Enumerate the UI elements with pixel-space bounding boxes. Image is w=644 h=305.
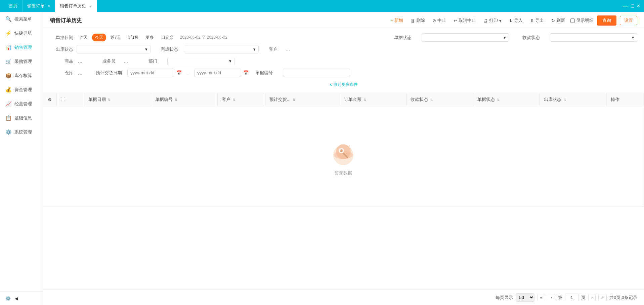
th-bill-date[interactable]: 单据日期 ⇅ — [84, 93, 151, 106]
last-page-button[interactable]: » — [598, 294, 607, 301]
bill-status-select[interactable]: ▾ — [422, 33, 509, 42]
th-delivery-date-sort-icon: ⇅ — [293, 98, 295, 102]
sidebar-item-sys-mgmt[interactable]: ⚙️ 系统管理 — [0, 125, 43, 139]
delete-icon: 🗑 — [411, 18, 415, 23]
filter-row-1: 单据日期 昨天 今天 近7天 近1月 更多 自定义 2023-06-02 至 2… — [50, 33, 637, 42]
window-maximize-icon[interactable]: □ — [631, 3, 634, 9]
warehouse-select[interactable]: ... — [78, 70, 82, 76]
window-close-icon[interactable]: × — [637, 3, 640, 9]
table-settings-icon[interactable]: ⚙ — [48, 97, 52, 102]
prev-page-button[interactable]: ‹ — [548, 294, 555, 301]
sidebar-item-search-menu[interactable]: 🔍 搜索菜单 — [0, 12, 43, 26]
th-payment-status[interactable]: 收款状态 ⇅ — [406, 93, 473, 106]
export-button[interactable]: ⬆ 导出 — [528, 16, 546, 25]
search-menu-icon: 🔍 — [5, 16, 12, 22]
th-settings[interactable]: ⚙ — [43, 93, 56, 106]
new-button[interactable]: + 新增 — [389, 16, 405, 25]
out-status-label: 出库状态 — [50, 46, 77, 52]
product-select[interactable]: ... — [78, 58, 82, 64]
date-more-btn[interactable]: 更多 — [143, 34, 157, 41]
tab-sales-order[interactable]: 销售订单 × — [23, 0, 55, 12]
date-last7-btn[interactable]: 近7天 — [108, 34, 124, 41]
salesperson-select[interactable]: ... — [124, 58, 128, 64]
complete-status-select[interactable]: ▾ — [185, 45, 259, 53]
stop-button[interactable]: ⊘ 中止 — [430, 16, 448, 25]
bill-no-label: 单据编号 — [255, 70, 276, 76]
select-all-checkbox[interactable] — [61, 97, 65, 101]
collapse-label: 收起更多条件 — [334, 82, 358, 87]
cancel-stop-button[interactable]: ↩ 取消中止 — [452, 16, 478, 25]
page-unit: 页 — [581, 295, 586, 301]
customer-select[interactable]: ... — [286, 46, 290, 52]
sidebar-item-finance-label: 资金管理 — [14, 87, 32, 93]
sidebar-item-quick-nav[interactable]: ⚡ 快捷导航 — [0, 26, 43, 40]
empty-text: 暂无数据 — [335, 170, 352, 176]
date-yesterday-btn[interactable]: 昨天 — [77, 34, 91, 41]
th-checkbox — [56, 93, 84, 106]
th-bill-no[interactable]: 单据编号 ⇅ — [151, 93, 217, 106]
layout: 🔍 搜索菜单 ⚡ 快捷导航 📊 销售管理 🛒 采购管理 📦 库存核算 💰 资金管… — [0, 12, 644, 305]
sidebar-item-finance[interactable]: 💰 资金管理 — [0, 83, 43, 97]
tab-sales-order-label: 销售订单 — [27, 3, 45, 9]
date-custom-btn[interactable]: 自定义 — [158, 34, 176, 41]
th-customer-sort-icon: ⇅ — [232, 98, 235, 102]
refresh-button[interactable]: ↻ 刷新 — [549, 16, 567, 25]
sidebar-item-inventory[interactable]: 📦 库存核算 — [0, 69, 43, 83]
complete-status-label: 完成状态 — [161, 46, 181, 52]
import-button-label: 导入 — [514, 17, 523, 24]
delivery-date-from-cal-icon[interactable]: 📅 — [176, 70, 182, 75]
print-button[interactable]: 🖨 打印 ▾ — [481, 16, 504, 25]
tab-sales-order-history-close[interactable]: × — [89, 4, 91, 8]
payment-status-select[interactable]: ▾ — [550, 33, 637, 42]
top-bar-right: — □ × — [623, 3, 640, 9]
date-quick-buttons: 昨天 今天 近7天 近1月 更多 自定义 — [77, 34, 176, 41]
sidebar-item-basic-info-label: 基础信息 — [14, 115, 32, 121]
window-minimize-icon[interactable]: — — [623, 3, 628, 9]
sidebar-item-basic-info[interactable]: 📋 基础信息 — [0, 111, 43, 125]
show-detail-checkbox[interactable] — [570, 18, 575, 23]
settings-button[interactable]: 设置 — [620, 16, 637, 25]
bill-status-label: 单据状态 — [394, 35, 415, 41]
first-page-button[interactable]: « — [537, 294, 546, 301]
sidebar-collapse-icon[interactable]: ◀ — [15, 296, 18, 301]
page-size-select[interactable]: 20 50 100 — [516, 293, 534, 302]
collapse-row[interactable]: ∧ 收起更多条件 — [50, 80, 637, 89]
delivery-date-from[interactable] — [127, 69, 174, 77]
filter-area: 单据日期 昨天 今天 近7天 近1月 更多 自定义 2023-06-02 至 2… — [43, 29, 644, 93]
th-delivery-date[interactable]: 预计交货... ⇅ — [265, 93, 340, 106]
sidebar-item-inventory-label: 库存核算 — [14, 73, 32, 79]
date-today-btn[interactable]: 今天 — [92, 34, 106, 41]
th-customer[interactable]: 客户 ⇅ — [218, 93, 265, 106]
tab-sales-order-close[interactable]: × — [48, 4, 50, 8]
page-number-input[interactable] — [565, 294, 578, 301]
delivery-date-to[interactable] — [194, 69, 241, 77]
out-status-select[interactable]: ▾ — [77, 45, 151, 53]
th-order-amount[interactable]: 订单金额 ⇅ — [340, 93, 406, 106]
basic-info-icon: 📋 — [5, 115, 12, 121]
quick-nav-icon: ⚡ — [5, 30, 12, 36]
th-bill-status[interactable]: 单据状态 ⇅ — [473, 93, 540, 106]
payment-status-label: 收款状态 — [522, 35, 543, 41]
tab-home[interactable]: 首页 — [4, 0, 23, 12]
next-page-button[interactable]: › — [588, 294, 596, 301]
page-header: 销售订单历史 + 新增 🗑 删除 ⊘ 中止 ↩ 取消中止 🖨 — [43, 12, 644, 29]
delete-button[interactable]: 🗑 删除 — [409, 16, 427, 25]
date-last1m-btn[interactable]: 近1月 — [125, 34, 142, 41]
query-button[interactable]: 查询 — [597, 15, 616, 26]
sidebar-item-purchase-mgmt[interactable]: 🛒 采购管理 — [0, 54, 43, 69]
sidebar-settings-icon[interactable]: ⚙️ — [5, 296, 11, 301]
sidebar-item-sales-mgmt[interactable]: 📊 销售管理 — [0, 40, 43, 54]
th-out-status[interactable]: 出库状态 ⇅ — [540, 93, 606, 106]
bill-no-input[interactable] — [283, 69, 350, 77]
delivery-date-to-cal-icon[interactable]: 📅 — [243, 70, 249, 75]
tab-sales-order-history[interactable]: 销售订单历史 × — [55, 0, 96, 12]
department-label: 部门 — [148, 58, 161, 64]
date-filter-value: 昨天 今天 近7天 近1月 更多 自定义 2023-06-02 至 2023-0… — [77, 34, 394, 41]
th-bill-status-sort-icon: ⇅ — [497, 98, 500, 102]
sales-mgmt-icon: 📊 — [5, 44, 12, 50]
sidebar-item-operations[interactable]: 📈 经营管理 — [0, 97, 43, 111]
th-order-amount-sort-icon: ⇅ — [363, 98, 366, 102]
import-button[interactable]: ⬇ 导入 — [507, 16, 525, 25]
department-select[interactable]: ▾ — [167, 57, 234, 65]
department-dropdown-icon: ▾ — [229, 59, 231, 64]
